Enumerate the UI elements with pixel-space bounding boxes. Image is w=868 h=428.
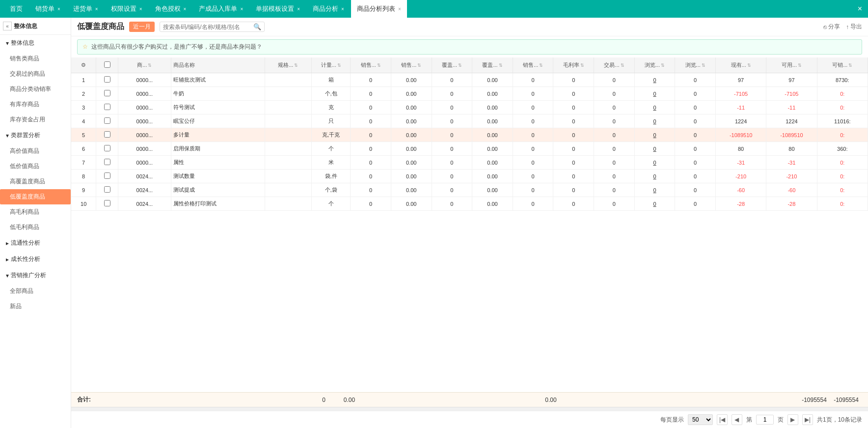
th-browse1[interactable]: 浏览...⇅ (634, 57, 675, 73)
cell-check[interactable] (96, 142, 118, 156)
browse-link[interactable]: 0 (653, 77, 656, 83)
th-cover2[interactable]: 覆盖...⇅ (472, 57, 513, 73)
cell-check[interactable] (96, 170, 118, 183)
cell-browse1[interactable]: 0 (634, 170, 675, 183)
tab-template-settings[interactable]: 单据模板设置 × (250, 0, 306, 18)
cell-browse1[interactable]: 0 (634, 142, 675, 156)
sidebar-item-sales-goods[interactable]: 销售类商品 (0, 51, 71, 66)
browse-link[interactable]: 0 (653, 187, 656, 193)
page-size-select[interactable]: 50 20 100 200 (688, 414, 713, 425)
tab-home[interactable]: 首页 (4, 0, 28, 18)
tab-permissions[interactable]: 权限设置 × (105, 0, 148, 18)
browse-link[interactable]: 0 (653, 160, 656, 166)
search-input[interactable] (163, 24, 251, 30)
sidebar-item-stocked-goods[interactable]: 有库存商品 (0, 97, 71, 112)
row-checkbox[interactable] (104, 104, 110, 110)
cell-browse1[interactable]: 0 (634, 183, 675, 197)
tab-role-auth[interactable]: 角色授权 × (149, 0, 192, 18)
close-all-tabs-icon[interactable]: × (858, 4, 862, 13)
row-checkbox[interactable] (104, 186, 110, 193)
page-number-input[interactable] (756, 415, 774, 425)
row-checkbox[interactable] (104, 117, 110, 124)
period-button[interactable]: 近一月 (129, 22, 155, 32)
browse-link[interactable]: 0 (653, 146, 656, 152)
tab-sales-order[interactable]: 销货单 × (29, 0, 66, 18)
share-button[interactable]: ⎋ 分享 (823, 23, 840, 31)
cell-browse1[interactable]: 0 (634, 101, 675, 114)
sidebar-section-liquidity[interactable]: ▸ 流通性分析 (0, 235, 71, 251)
browse-link[interactable]: 0 (653, 91, 656, 97)
horizontal-scrollbar[interactable] (71, 407, 868, 411)
row-checkbox[interactable] (104, 76, 110, 83)
browse-link[interactable]: 0 (653, 105, 656, 111)
th-avail[interactable]: 可用...⇅ (766, 57, 817, 73)
cell-check[interactable] (96, 128, 118, 142)
gear-icon[interactable]: ⚙ (81, 62, 86, 68)
close-tab-template-settings[interactable]: × (297, 6, 300, 12)
th-gross[interactable]: 毛利率⇅ (553, 57, 594, 73)
cell-check[interactable] (96, 156, 118, 170)
browse-link[interactable]: 0 (653, 118, 656, 124)
cell-check[interactable] (96, 73, 118, 87)
browse-link[interactable]: 0 (653, 132, 656, 138)
table-container[interactable]: ⚙ 商...⇅ 商品名称 规格...⇅ 计量...⇅ (71, 57, 868, 392)
page-last-btn[interactable]: ▶| (802, 414, 813, 425)
sidebar-collapse-btn[interactable]: « (3, 22, 12, 30)
row-checkbox[interactable] (104, 172, 110, 179)
sidebar-item-low-margin[interactable]: 低毛利商品 (0, 220, 71, 235)
close-tab-role-auth[interactable]: × (184, 6, 187, 12)
select-all-checkbox[interactable] (104, 61, 110, 68)
cell-browse1[interactable]: 0 (634, 128, 675, 142)
cell-check[interactable] (96, 114, 118, 128)
row-checkbox[interactable] (104, 145, 110, 151)
page-next-btn[interactable]: ▶ (787, 414, 798, 425)
sidebar-section-growth[interactable]: ▸ 成长性分析 (0, 251, 71, 267)
sidebar-item-low-coverage[interactable]: 低覆盖度商品 (0, 189, 71, 204)
th-sales3[interactable]: 销售...⇅ (513, 57, 553, 73)
th-curr[interactable]: 现有...⇅ (715, 57, 766, 73)
th-sales1[interactable]: 销售...⇅ (351, 57, 391, 73)
close-tab-finished-goods[interactable]: × (240, 6, 243, 12)
sidebar-item-high-coverage[interactable]: 高覆盖度商品 (0, 174, 71, 189)
th-code[interactable]: 商...⇅ (118, 57, 171, 73)
sidebar-item-high-value[interactable]: 高价值商品 (0, 143, 71, 159)
row-checkbox[interactable] (104, 131, 110, 138)
close-tab-permissions[interactable]: × (139, 6, 142, 12)
th-spec[interactable]: 规格...⇅ (265, 57, 311, 73)
close-tab-product-analysis-list[interactable]: × (398, 6, 401, 12)
cell-check[interactable] (96, 101, 118, 114)
th-browse2[interactable]: 浏览...⇅ (675, 57, 716, 73)
cell-browse1[interactable]: 0 (634, 87, 675, 101)
tab-purchase-order[interactable]: 进货单 × (67, 0, 104, 18)
sidebar-item-category-rate[interactable]: 商品分类动销率 (0, 82, 71, 97)
row-checkbox[interactable] (104, 200, 110, 206)
cell-check[interactable] (96, 183, 118, 197)
sidebar-section-overall[interactable]: ▾ 整体信息 (0, 35, 71, 51)
close-tab-product-analysis[interactable]: × (341, 6, 344, 12)
sidebar-section-group-analysis[interactable]: ▾ 类群置分析 (0, 127, 71, 143)
th-sales2[interactable]: 销售...⇅ (391, 57, 432, 73)
tab-product-analysis[interactable]: 商品分析 × (307, 0, 350, 18)
cell-check[interactable] (96, 197, 118, 211)
th-settings[interactable]: ⚙ (71, 57, 96, 73)
sidebar-item-low-value[interactable]: 低价值商品 (0, 159, 71, 174)
close-tab-sales-order[interactable]: × (57, 6, 60, 12)
page-first-btn[interactable]: |◀ (717, 414, 728, 425)
sidebar-item-all-goods[interactable]: 全部商品 (0, 284, 71, 299)
sidebar-item-inventory-capital[interactable]: 库存资金占用 (0, 112, 71, 127)
close-tab-purchase-order[interactable]: × (95, 6, 98, 12)
browse-link[interactable]: 0 (653, 173, 656, 179)
cell-browse1[interactable]: 0 (634, 73, 675, 87)
sidebar-item-traded-goods[interactable]: 交易过的商品 (0, 66, 71, 82)
page-prev-btn[interactable]: ◀ (732, 414, 742, 425)
th-sellable[interactable]: 可销...⇅ (817, 57, 868, 73)
th-trade[interactable]: 交易...⇅ (594, 57, 635, 73)
cell-browse1[interactable]: 0 (634, 156, 675, 170)
cell-browse1[interactable]: 0 (634, 197, 675, 211)
browse-link[interactable]: 0 (653, 201, 656, 207)
cell-browse1[interactable]: 0 (634, 114, 675, 128)
export-button[interactable]: ↑ 导出 (846, 23, 862, 31)
tab-finished-goods[interactable]: 产成品入库单 × (193, 0, 249, 18)
sidebar-section-marketing[interactable]: ▾ 营销推广分析 (0, 267, 71, 284)
sidebar-item-high-margin[interactable]: 高毛利商品 (0, 204, 71, 220)
